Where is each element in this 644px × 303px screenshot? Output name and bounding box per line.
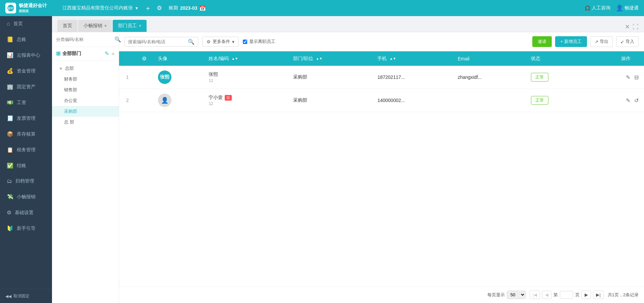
dept-finance-label: 财务部 (64, 77, 77, 82)
per-page-select[interactable]: 50 10 20 100 (507, 291, 526, 299)
dept-item-head[interactable]: ▼ 总部 (52, 63, 119, 74)
row1-edit-icon[interactable]: ✎ (626, 74, 630, 81)
import-button[interactable]: ↙ 导入 (616, 36, 639, 47)
th-phone[interactable]: 手机 ▲▼ (372, 51, 452, 66)
sidebar-item-archive[interactable]: 🗂 归档管理 (0, 173, 52, 189)
dept-sort-icon[interactable]: ▲▼ (316, 57, 323, 60)
next-page-button[interactable]: ▶ (582, 291, 591, 299)
employee-search-input[interactable] (128, 39, 186, 44)
phone-sort-icon[interactable]: ▲▼ (389, 57, 396, 60)
tab-maximize-icon[interactable]: ⛶ (633, 23, 639, 31)
row2-badge: 应 (225, 95, 232, 101)
show-resigned-checkbox-area[interactable]: 显示离职员工 (243, 39, 275, 45)
dept-item-sales[interactable]: 销售部 (52, 85, 119, 95)
th-dept[interactable]: 部门/职位 ▲▼ (288, 51, 372, 66)
export-button[interactable]: ↗ 导出 (590, 36, 613, 47)
row2-phone: 140000002... (372, 89, 452, 112)
sidebar-item-invoice[interactable]: 🧾 发票管理 (0, 110, 52, 126)
row2-refresh-icon[interactable]: ↺ (634, 97, 639, 104)
dept-item-office[interactable]: 办公室 (52, 95, 119, 106)
dropdown-arrow-icon[interactable]: ▾ (136, 5, 138, 11)
row2-name-with-badge: 宁小壹 应 (209, 95, 282, 101)
dept-sales-label: 销售部 (64, 87, 77, 92)
pagination: 每页显示 50 10 20 100 |◀ ◀ 第 1 (119, 286, 644, 303)
sidebar-item-ledger[interactable]: 📒 总账 (0, 32, 52, 47)
th-settings[interactable]: ⚙ (136, 51, 153, 66)
sidebar-item-archive-label: 归档管理 (15, 178, 34, 184)
payroll-icon: 💵 (7, 99, 13, 106)
employee-search-icon[interactable]: 🔍 (188, 39, 195, 45)
tab-employees[interactable]: 部门员工 × (113, 20, 147, 32)
row2-dept: 采购部 (288, 89, 372, 112)
sidebar-item-expense[interactable]: 💸 小畅报销 (0, 189, 52, 205)
row1-status-cell: 正常 (526, 66, 585, 89)
sidebar-item-closing[interactable]: ✅ 结账 (0, 158, 52, 173)
th-name[interactable]: 姓名/编码 ▲▼ (203, 51, 288, 66)
consult-button[interactable]: 🎧 人工咨询 (585, 5, 610, 11)
sidebar-item-reports-label: 云报表中心 (17, 52, 40, 58)
sidebar-item-tax[interactable]: 📋 税务管理 (0, 142, 52, 158)
export-label: 导出 (600, 39, 608, 45)
th-index (119, 51, 136, 66)
sidebar-item-invoice-label: 发票管理 (17, 115, 36, 121)
sidebar-item-funds[interactable]: 💰 资金管理 (0, 63, 52, 79)
settings-sidebar-icon: ⚙ (7, 209, 11, 216)
header-actions: ＋ ⚙ (145, 4, 162, 13)
employee-table: ⚙ 头像 姓名/编码 ▲▼ 部门/职位 ▲▼ (119, 51, 644, 112)
header-company[interactable]: 江西服宝精品有限责任公司内账张 ▾ (62, 5, 138, 11)
more-filter-button[interactable]: ⚙ 更多条件 ▾ (202, 37, 239, 47)
ledger-icon: 📒 (7, 36, 13, 43)
last-page-button[interactable]: ▶| (593, 291, 603, 299)
add-employee-button[interactable]: + 新增员工 (555, 36, 587, 47)
name-sort-icon[interactable]: ▲▼ (231, 57, 238, 60)
sidebar-item-assets[interactable]: 🏢 固定资产 (0, 79, 52, 95)
sidebar-item-inventory-label: 库存核算 (17, 131, 36, 137)
row2-edit-icon[interactable]: ✎ (626, 97, 630, 104)
show-resigned-checkbox[interactable] (243, 40, 247, 44)
sidebar-item-closing-label: 结账 (17, 163, 26, 169)
tab-expense[interactable]: 小畅报销 × (78, 20, 112, 32)
tab-close-all-icon[interactable]: ✕ (625, 23, 630, 31)
sidebar-item-inventory[interactable]: 📦 库存核算 (0, 126, 52, 142)
home-icon: ⌂ (7, 21, 10, 27)
dept-item-general[interactable]: 总 部 (52, 117, 119, 128)
app-logo: 好计 畅捷通好会计 旗舰版 (5, 3, 56, 13)
tab-expense-close[interactable]: × (104, 23, 107, 28)
row2-empty (136, 89, 153, 112)
sidebar-item-settings[interactable]: ⚙ 基础设置 (0, 205, 52, 220)
add-company-button[interactable]: ＋ (145, 4, 151, 13)
row2-status-badge: 正常 (531, 96, 548, 105)
first-page-button[interactable]: |◀ (530, 291, 540, 299)
sidebar-item-home[interactable]: ⌂ 首页 (0, 16, 52, 32)
period-value: 2023-03 (180, 5, 197, 11)
sidebar-item-reports[interactable]: 📊 云报表中心 (0, 47, 52, 63)
tab-home-label: 首页 (63, 23, 72, 29)
dept-search-input[interactable] (56, 37, 112, 42)
column-settings-icon[interactable]: ⚙ (142, 56, 147, 61)
cancel-pin-label: 取消固定 (13, 293, 30, 299)
row1-empty (136, 66, 153, 89)
tab-home[interactable]: 首页 (57, 20, 77, 32)
tab-employees-close[interactable]: × (139, 23, 141, 28)
user-menu[interactable]: 👤 畅捷通 (616, 4, 639, 12)
dept-item-finance[interactable]: 财务部 (52, 74, 119, 85)
sidebar-item-assets-label: 固定资产 (17, 84, 36, 90)
row2-avatar-person-icon: 👤 (161, 97, 168, 104)
dept-general-label: 总 部 (64, 119, 74, 124)
calendar-icon[interactable]: 📅 (199, 5, 206, 11)
headset-icon: 🎧 (585, 5, 590, 11)
dept-item-purchase[interactable]: 采购部 (52, 106, 119, 117)
user-name: 畅捷通 (625, 5, 639, 11)
sidebar-item-guide[interactable]: 🔰 新手引导 (0, 220, 52, 236)
prev-page-button[interactable]: ◀ (542, 291, 551, 299)
edit-dept-icon[interactable]: ✎ (105, 50, 109, 57)
settings-button[interactable]: ⚙ (157, 4, 162, 12)
invite-button[interactable]: 邀请 (532, 36, 552, 47)
page-number-input[interactable]: 1 (560, 291, 573, 299)
collapse-icon[interactable]: « (112, 51, 115, 57)
sidebar-item-payroll[interactable]: 💵 工资 (0, 95, 52, 110)
content-area: 首页 小畅报销 × 部门员工 × ✕ ⛶ 🔍 (52, 16, 644, 303)
user-avatar-icon: 👤 (616, 4, 623, 12)
cancel-pin-button[interactable]: ◀◀ 取消固定 (0, 289, 52, 303)
row1-logout-icon[interactable]: ⊟ (634, 74, 639, 81)
